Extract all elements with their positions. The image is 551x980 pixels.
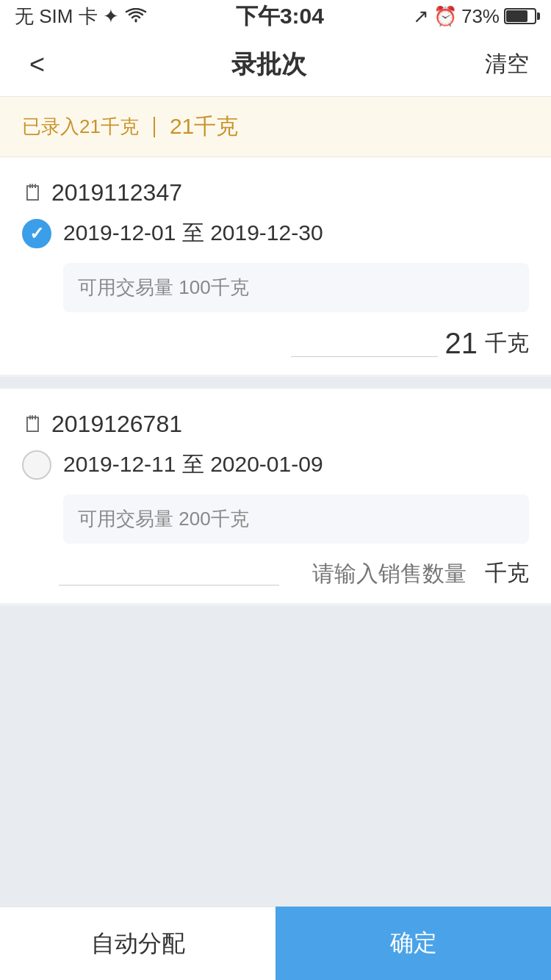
batch-1-id: 2019112347 (51, 179, 182, 206)
info-value: 21千克 (170, 112, 238, 142)
batch-2-id: 2019126781 (51, 411, 182, 438)
section-divider (0, 377, 551, 389)
nav-bar: < 录批次 清空 (0, 32, 551, 97)
batch-2-icon: 🗒 (22, 412, 44, 437)
batch-2-unit: 千克 (485, 558, 529, 588)
info-label: 已录入21千克 (22, 114, 139, 140)
battery-icon (504, 8, 536, 24)
back-button[interactable]: < (22, 42, 52, 87)
batch-2-input-row: 千克 (0, 544, 551, 604)
batch-2-available: 可用交易量 200千克 (63, 494, 529, 544)
batch-1-header: 🗒 2019112347 (22, 179, 529, 206)
batch-1-date: 2019-12-01 至 2019-12-30 (63, 218, 323, 248)
batch-2-input-underline (59, 585, 279, 586)
page-title: 录批次 (231, 48, 306, 82)
status-right: ↗ ⏰ 73% (413, 5, 536, 28)
batch-1-radio[interactable] (22, 219, 51, 248)
clock-icon: ⏰ (433, 5, 457, 28)
batch-1-quantity-row: 21 千克 (0, 312, 551, 375)
auto-distribute-button[interactable]: 自动分配 (0, 907, 276, 980)
batch-1-quantity-value[interactable]: 21 (445, 327, 478, 360)
confirm-button[interactable]: 确定 (276, 907, 551, 980)
wifi-icon (125, 8, 147, 24)
batch-1-item: 🗒 2019112347 2019-12-01 至 2019-12-30 可用交… (0, 157, 551, 312)
status-left: 无 SIM 卡 ✦ (15, 4, 147, 29)
batch-2-radio[interactable] (22, 450, 51, 480)
arrow-icon: ↗ (413, 5, 429, 28)
empty-area (0, 605, 551, 907)
bottom-bar: 自动分配 确定 (0, 907, 551, 980)
batch-1-unit: 千克 (485, 328, 529, 359)
batch-1-icon: 🗒 (22, 181, 44, 206)
batch-2-date-row[interactable]: 2019-12-11 至 2020-01-09 (22, 450, 529, 480)
status-bar: 无 SIM 卡 ✦ 下午3:04 ↗ ⏰ 73% (0, 0, 551, 32)
batch-2-item: 🗒 2019126781 2019-12-11 至 2020-01-09 可用交… (0, 389, 551, 544)
batch-1-card: 🗒 2019112347 2019-12-01 至 2019-12-30 可用交… (0, 157, 551, 375)
batch-1-date-row[interactable]: 2019-12-01 至 2019-12-30 (22, 218, 529, 248)
batch-1-available: 可用交易量 100千克 (63, 263, 529, 312)
info-divider (154, 117, 155, 137)
battery-percent: 73% (461, 5, 500, 28)
batch-2-quantity-input[interactable] (287, 561, 478, 586)
clear-button[interactable]: 清空 (485, 49, 529, 79)
batch-1-quantity-line (291, 356, 438, 357)
batch-2-card: 🗒 2019126781 2019-12-11 至 2020-01-09 可用交… (0, 389, 551, 604)
batch-2-header: 🗒 2019126781 (22, 411, 529, 438)
sim-label: 无 SIM 卡 ✦ (15, 4, 119, 29)
info-banner: 已录入21千克 21千克 (0, 97, 551, 157)
time-label: 下午3:04 (236, 1, 324, 32)
batch-2-date: 2019-12-11 至 2020-01-09 (63, 450, 323, 480)
